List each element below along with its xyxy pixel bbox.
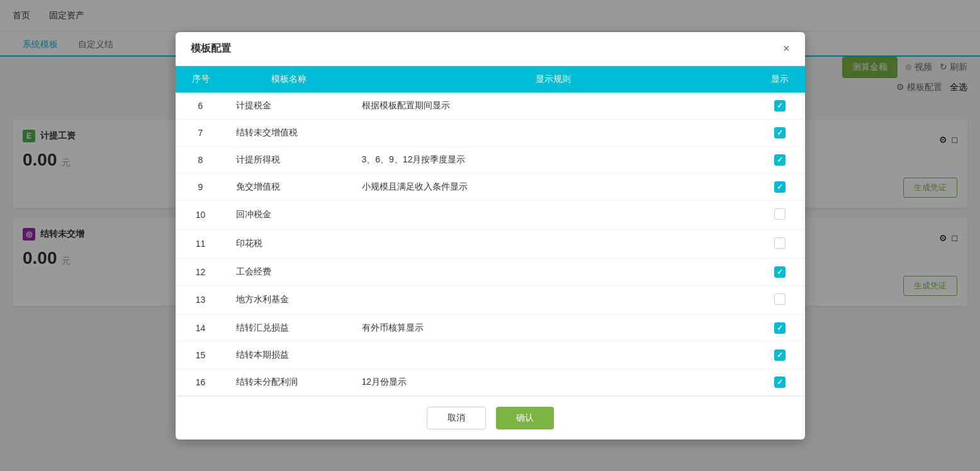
cell-name-9: 结转本期损益 <box>226 341 352 368</box>
table-row: 7 结转未交增值税 <box>176 119 805 146</box>
cell-check-3[interactable] <box>755 173 805 200</box>
table-header-row: 序号 模板名称 显示规则 显示 <box>176 66 805 93</box>
checkbox-row-1[interactable] <box>774 127 786 139</box>
cell-id-10: 16 <box>176 368 226 395</box>
cell-check-8[interactable] <box>755 314 805 341</box>
checkbox-row-7[interactable] <box>774 293 786 305</box>
cell-id-7: 13 <box>176 285 226 314</box>
cell-rule-7 <box>352 285 755 314</box>
cell-rule-1 <box>352 119 755 146</box>
cell-id-1: 7 <box>176 119 226 146</box>
cell-name-0: 计提税金 <box>226 93 352 120</box>
cell-check-9[interactable] <box>755 341 805 368</box>
cancel-button[interactable]: 取消 <box>427 407 486 429</box>
col-header-rule: 显示规则 <box>352 66 755 93</box>
cell-name-10: 结转未分配利润 <box>226 368 352 395</box>
modal-header: 模板配置 × <box>176 32 805 66</box>
checkbox-row-9[interactable] <box>774 349 786 361</box>
cell-id-4: 10 <box>176 200 226 229</box>
table-row: 8 计提所得税 3、6、9、12月按季度显示 <box>176 146 805 173</box>
modal-overlay: 模板配置 × 序号 模板名称 显示规则 显示 6 计提税金 根据模板配置期间显示 <box>0 0 980 471</box>
checkbox-row-6[interactable] <box>774 266 786 278</box>
cell-check-7[interactable] <box>755 285 805 314</box>
cell-check-1[interactable] <box>755 119 805 146</box>
cell-name-4: 回冲税金 <box>226 200 352 229</box>
cell-rule-2: 3、6、9、12月按季度显示 <box>352 146 755 173</box>
cell-id-9: 15 <box>176 341 226 368</box>
cell-rule-0: 根据模板配置期间显示 <box>352 93 755 120</box>
checkbox-row-3[interactable] <box>774 181 786 193</box>
cell-id-6: 12 <box>176 258 226 285</box>
cell-id-0: 6 <box>176 93 226 120</box>
cell-rule-10: 12月份显示 <box>352 368 755 395</box>
table-row: 15 结转本期损益 <box>176 341 805 368</box>
cell-check-2[interactable] <box>755 146 805 173</box>
modal-title: 模板配置 <box>191 42 231 55</box>
checkbox-row-0[interactable] <box>774 100 786 111</box>
cell-id-2: 8 <box>176 146 226 173</box>
cell-name-8: 结转汇兑损益 <box>226 314 352 341</box>
checkbox-row-4[interactable] <box>774 208 786 220</box>
cell-rule-8: 有外币核算显示 <box>352 314 755 341</box>
cell-check-0[interactable] <box>755 93 805 120</box>
table-row: 14 结转汇兑损益 有外币核算显示 <box>176 314 805 341</box>
table-row: 11 印花税 <box>176 229 805 258</box>
cell-check-4[interactable] <box>755 200 805 229</box>
cell-id-3: 9 <box>176 173 226 200</box>
cell-rule-6 <box>352 258 755 285</box>
modal-footer: 取消 确认 <box>176 396 805 440</box>
confirm-button[interactable]: 确认 <box>496 407 554 429</box>
modal-template-config: 模板配置 × 序号 模板名称 显示规则 显示 6 计提税金 根据模板配置期间显示 <box>176 32 805 440</box>
cell-name-5: 印花税 <box>226 229 352 258</box>
modal-close-button[interactable]: × <box>783 43 790 54</box>
cell-rule-4 <box>352 200 755 229</box>
table-row: 13 地方水利基金 <box>176 285 805 314</box>
col-header-name: 模板名称 <box>226 66 352 93</box>
cell-name-6: 工会经费 <box>226 258 352 285</box>
cell-rule-9 <box>352 341 755 368</box>
config-table: 序号 模板名称 显示规则 显示 6 计提税金 根据模板配置期间显示 7 结转未交… <box>176 66 805 396</box>
col-header-id: 序号 <box>176 66 226 93</box>
cell-check-10[interactable] <box>755 368 805 395</box>
cell-check-6[interactable] <box>755 258 805 285</box>
cell-id-8: 14 <box>176 314 226 341</box>
col-header-display: 显示 <box>755 66 805 93</box>
cell-rule-3: 小规模且满足收入条件显示 <box>352 173 755 200</box>
cell-rule-5 <box>352 229 755 258</box>
cell-name-2: 计提所得税 <box>226 146 352 173</box>
checkbox-row-10[interactable] <box>774 377 786 388</box>
cell-check-5[interactable] <box>755 229 805 258</box>
checkbox-row-8[interactable] <box>774 322 786 334</box>
table-row: 16 结转未分配利润 12月份显示 <box>176 368 805 395</box>
cell-id-5: 11 <box>176 229 226 258</box>
checkbox-row-5[interactable] <box>774 237 786 249</box>
table-row: 6 计提税金 根据模板配置期间显示 <box>176 93 805 120</box>
table-row: 12 工会经费 <box>176 258 805 285</box>
cell-name-3: 免交增值税 <box>226 173 352 200</box>
table-row: 9 免交增值税 小规模且满足收入条件显示 <box>176 173 805 200</box>
modal-body: 序号 模板名称 显示规则 显示 6 计提税金 根据模板配置期间显示 7 结转未交… <box>176 66 805 396</box>
checkbox-row-2[interactable] <box>774 154 786 166</box>
cell-name-7: 地方水利基金 <box>226 285 352 314</box>
table-row: 10 回冲税金 <box>176 200 805 229</box>
cell-name-1: 结转未交增值税 <box>226 119 352 146</box>
